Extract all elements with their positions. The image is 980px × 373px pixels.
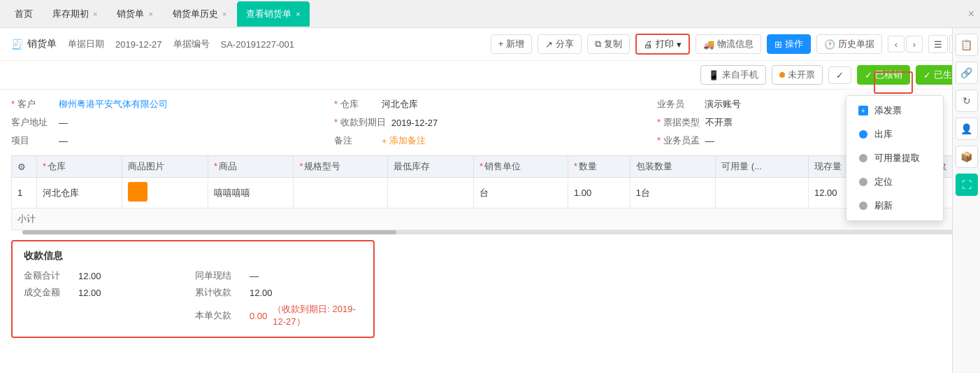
refresh-label: 刷新 <box>874 199 893 212</box>
confirm-icon: ✓ <box>836 70 844 80</box>
dropdown-menu: + 添发票 出库 可用量提取 定位 刷新 <box>846 95 944 221</box>
view-list-btn[interactable]: ☰ <box>928 35 948 53</box>
tab-home[interactable]: 首页 <box>6 1 42 27</box>
project-value: — <box>59 136 68 146</box>
deal-amount-label: 成交金额 <box>24 286 73 299</box>
tab-inventory-close[interactable]: × <box>93 10 97 18</box>
owe-label: 本单欠款 <box>195 309 244 322</box>
add-invoice-icon: + <box>858 105 869 116</box>
nav-prev[interactable]: ‹ <box>888 36 905 52</box>
project-row: 项目 — <box>11 134 323 147</box>
doc-header-right: + 新增 ↗ 分享 ⧉ 复制 🖨 打印 ▾ 🚚 物流信息 ⊞ 操作 <box>491 34 969 55</box>
tab-sales-label: 销货单 <box>117 8 144 20</box>
not-open-button[interactable]: 未开票 <box>772 65 823 85</box>
history-icon: 🕐 <box>824 39 835 50</box>
sold-button[interactable]: ✓ 已核销 <box>857 65 910 85</box>
sidebar-link-btn[interactable]: 🔗 <box>956 62 978 84</box>
deal-amount-row: 成交金额 12.00 <box>24 286 191 299</box>
doc-number-label: 单据编号 <box>173 38 210 50</box>
confirm-button[interactable]: ✓ <box>828 66 851 84</box>
logistics-button[interactable]: 🚚 物流信息 <box>696 34 761 54</box>
plus-icon: + <box>382 136 387 146</box>
sold-label: 已核销 <box>875 69 902 81</box>
available-qty-icon <box>858 153 869 164</box>
payment-title: 收款信息 <box>24 250 362 262</box>
note-label: 备注 <box>334 134 376 147</box>
th-warehouse: *仓库 <box>37 156 122 178</box>
add-note-button[interactable]: + 添加备注 <box>382 134 426 147</box>
cell-num: 1 <box>12 178 37 209</box>
customer-value[interactable]: 柳州粤港平安气体有限公司 <box>59 98 168 111</box>
dropdown-available-qty[interactable]: 可用量提取 <box>846 146 943 170</box>
nav-next[interactable]: › <box>906 36 923 52</box>
from-phone-label: 来自手机 <box>722 69 758 81</box>
available-qty-label: 可用量提取 <box>874 152 920 164</box>
payment-date-label: 收款到期日 <box>334 116 386 129</box>
owe-row: 本单欠款 0.00 （收款到期日: 2019-12-27） <box>195 303 362 328</box>
cell-spec <box>294 178 388 209</box>
right-sidebar: 📋 🔗 ↻ 👤 📦 ⛶ <box>952 28 980 373</box>
new-button[interactable]: + 新增 <box>491 34 532 54</box>
cell-available <box>716 178 809 209</box>
cumulative-label: 累计收款 <box>195 286 244 299</box>
cell-min-stock <box>388 178 473 209</box>
th-available: 可用量 (... <box>716 156 809 178</box>
doc-meta: 单据日期 2019-12-27 单据编号 SA-20191227-001 <box>68 38 294 50</box>
tab-history-label: 销货单历史 <box>173 8 218 20</box>
effective-icon: ✓ <box>923 70 931 80</box>
share-button[interactable]: ↗ 分享 <box>538 34 582 54</box>
dropdown-add-invoice[interactable]: + 添发票 <box>846 99 943 122</box>
tab-sales-close[interactable]: × <box>148 10 152 18</box>
tab-sales-history[interactable]: 销货单历史 × <box>164 1 236 27</box>
sidebar-expand-btn[interactable]: ⛶ <box>956 174 978 196</box>
payment-date-value: 2019-12-27 <box>391 118 438 128</box>
th-settings[interactable]: ⚙ <box>12 156 37 178</box>
history-button[interactable]: 🕐 历史单据 <box>816 34 882 54</box>
total-label: 金额合计 <box>24 269 73 282</box>
circle-blue-icon <box>859 130 867 139</box>
payment-grid: 金额合计 12.00 成交金额 12.00 同单现结 — 累计收款 12.00 <box>24 269 362 328</box>
tab-sales-order[interactable]: 销货单 × <box>108 1 161 27</box>
warehouse-label: 仓库 <box>334 98 376 111</box>
cell-product: 嘻嘻嘻嘻 <box>208 178 293 209</box>
tab-view-sales[interactable]: 查看销货单 × <box>237 1 309 27</box>
outbound-label: 出库 <box>874 128 893 141</box>
tab-inventory-init[interactable]: 库存期初 × <box>43 1 106 27</box>
copy-button[interactable]: ⧉ 复制 <box>587 34 630 54</box>
copy-icon: ⧉ <box>595 38 601 50</box>
cell-warehouse: 河北仓库 <box>37 178 122 209</box>
cumulative-value: 12.00 <box>250 288 273 298</box>
dropdown-locate[interactable]: 定位 <box>846 170 943 194</box>
dropdown-outbound[interactable]: 出库 <box>846 122 943 146</box>
customer-row: 客户 柳州粤港平安气体有限公司 <box>11 98 323 111</box>
circle-gray2-icon <box>859 178 867 186</box>
tab-view-close[interactable]: × <box>296 10 300 18</box>
th-unit: *销售单位 <box>473 156 568 178</box>
tab-home-label: 首页 <box>15 8 33 20</box>
staff-label: 业务员 <box>657 98 699 111</box>
print-button[interactable]: 🖨 打印 ▾ <box>635 34 690 55</box>
dropdown-refresh[interactable]: 刷新 <box>846 194 943 218</box>
staff2-value: — <box>705 136 714 146</box>
same-order-row: 同单现结 — <box>195 269 362 282</box>
sidebar-user-btn[interactable]: 👤 <box>956 118 978 140</box>
table-scrollbar[interactable] <box>22 230 958 234</box>
window-close-btn[interactable]: × <box>968 8 974 20</box>
print-chevron: ▾ <box>677 39 682 50</box>
scrollbar-thumb <box>22 230 396 234</box>
tab-history-close[interactable]: × <box>222 10 226 18</box>
main-content: 🧾 销货单 单据日期 2019-12-27 单据编号 SA-20191227-0… <box>0 28 980 373</box>
cell-product-img <box>122 178 208 209</box>
th-min-stock: 最低库存 <box>388 156 473 178</box>
from-phone-button[interactable]: 📱 来自手机 <box>700 65 766 85</box>
doc-type-label: 销货单 <box>27 38 57 50</box>
operations-button[interactable]: ⊞ 操作 <box>767 34 811 54</box>
subtotal-label: 小计 <box>12 209 969 230</box>
ticket-value: 不开票 <box>705 116 733 129</box>
sidebar-refresh-btn[interactable]: ↻ <box>956 90 978 112</box>
copy-label: 复制 <box>604 38 622 50</box>
sidebar-clipboard-btn[interactable]: 📋 <box>956 34 978 56</box>
doc-date-value: 2019-12-27 <box>115 39 162 50</box>
sidebar-package-btn[interactable]: 📦 <box>956 146 978 168</box>
same-order-value: — <box>250 271 259 281</box>
